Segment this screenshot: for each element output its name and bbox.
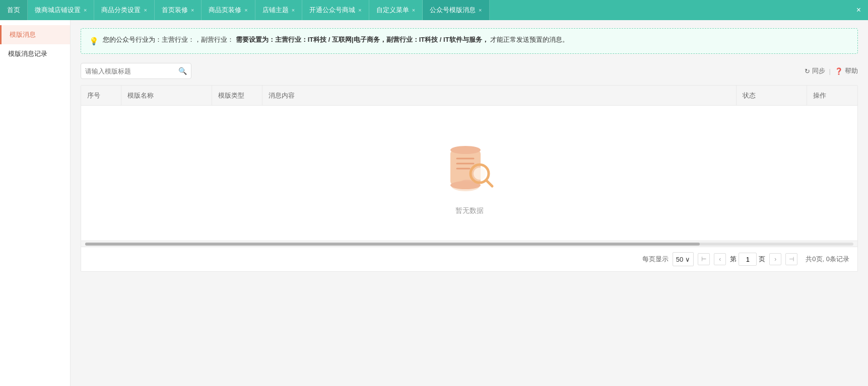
tab-category-settings[interactable]: 商品分类设置 ×	[94, 0, 154, 20]
tab-home[interactable]: 首页	[0, 0, 28, 20]
top-navigation: 首页 微商城店铺设置 × 商品分类设置 × 首页装修 × 商品页装修 × 店铺主…	[0, 0, 868, 20]
sync-button[interactable]: ↻ 同步	[805, 66, 825, 75]
col-header-action: 操作	[807, 86, 857, 105]
page-size-value: 50	[676, 256, 683, 263]
close-tab-product-decoration[interactable]: ×	[244, 7, 247, 13]
empty-state: 暂无数据	[81, 106, 857, 241]
page-input-wrap: 第 页	[730, 253, 765, 266]
last-page-button[interactable]: ⊣	[785, 253, 797, 265]
help-button[interactable]: ❓ 帮助	[835, 66, 858, 75]
page-number-input[interactable]	[739, 253, 757, 266]
col-header-index: 序号	[81, 86, 121, 105]
divider: |	[829, 67, 831, 75]
empty-text: 暂无数据	[455, 206, 484, 215]
data-table: 序号 模版名称 模版类型 消息内容 状态 操作	[81, 85, 858, 272]
scrollbar-thumb[interactable]	[85, 243, 700, 246]
tab-open-mall[interactable]: 开通公众号商城 ×	[302, 0, 369, 20]
sidebar-item-template-record[interactable]: 模版消息记录	[0, 44, 70, 63]
close-tab-custom-menu[interactable]: ×	[412, 7, 415, 13]
svg-point-10	[459, 180, 475, 188]
notice-suffix: 才能正常发送预置的消息。	[490, 36, 569, 43]
notice-box: 💡 您的公众号行业为：主营行业：，副营行业： 需要设置为：主营行业：IT科技 /…	[81, 28, 858, 54]
next-page-button[interactable]: ›	[769, 253, 781, 265]
tab-custom-menu[interactable]: 自定义菜单 ×	[369, 0, 423, 20]
search-box[interactable]: 🔍	[81, 63, 191, 79]
notice-icon: 💡	[89, 35, 99, 47]
table-header: 序号 模版名称 模版类型 消息内容 状态 操作	[81, 86, 857, 106]
total-info: 共0页, 0条记录	[806, 255, 849, 264]
scrollbar-track	[85, 243, 853, 246]
page-size-label: 每页显示	[642, 255, 669, 264]
tab-template-message[interactable]: 公众号模版消息 ×	[423, 0, 489, 20]
page-label-before: 第	[730, 255, 737, 264]
content-area: 💡 您的公众号行业为：主营行业：，副营行业： 需要设置为：主营行业：IT科技 /…	[71, 20, 868, 386]
close-all-tabs-button[interactable]: ×	[849, 6, 868, 15]
col-header-content: 消息内容	[262, 86, 737, 105]
page-label-after: 页	[759, 255, 765, 264]
search-actions: ↻ 同步 | ❓ 帮助	[805, 66, 858, 75]
first-page-button[interactable]: ⊢	[698, 253, 710, 265]
tab-home-decoration[interactable]: 首页装修 ×	[155, 0, 202, 20]
horizontal-scrollbar[interactable]	[81, 241, 857, 247]
tab-store-theme[interactable]: 店铺主题 ×	[255, 0, 302, 20]
close-tab-open-mall[interactable]: ×	[358, 7, 361, 13]
svg-point-8	[474, 168, 486, 180]
search-bar: 🔍 ↻ 同步 | ❓ 帮助	[81, 63, 858, 79]
close-tab-home-decoration[interactable]: ×	[191, 7, 194, 13]
help-icon: ❓	[835, 67, 843, 75]
notice-prefix: 您的公众号行业为：主营行业：，副营行业：	[103, 36, 234, 43]
close-tab-store-theme[interactable]: ×	[292, 7, 295, 13]
tab-store-settings[interactable]: 微商城店铺设置 ×	[28, 0, 94, 20]
close-tab-category-settings[interactable]: ×	[144, 7, 147, 13]
tab-product-decoration[interactable]: 商品页装修 ×	[202, 0, 255, 20]
page-size-select[interactable]: 50 ∨	[673, 252, 694, 266]
sync-label: 同步	[812, 66, 825, 75]
help-label: 帮助	[845, 66, 858, 75]
close-tab-store-settings[interactable]: ×	[84, 7, 87, 13]
svg-line-9	[486, 180, 492, 186]
col-header-type: 模版类型	[212, 86, 262, 105]
col-header-status: 状态	[737, 86, 807, 105]
prev-page-button[interactable]: ‹	[714, 253, 726, 265]
close-tab-template-message[interactable]: ×	[479, 7, 482, 13]
svg-point-2	[450, 146, 481, 154]
pagination: 每页显示 50 ∨ ⊢ ‹ 第 页 › ⊣ 共0页, 0条记录	[81, 247, 857, 271]
main-layout: 模版消息 模版消息记录 💡 您的公众号行业为：主营行业：，副营行业： 需要设置为…	[0, 20, 868, 386]
page-size-dropdown-icon: ∨	[685, 256, 690, 263]
search-input[interactable]	[85, 67, 178, 75]
empty-illustration	[439, 136, 500, 196]
col-header-name: 模版名称	[121, 86, 212, 105]
search-icon[interactable]: 🔍	[178, 67, 187, 75]
notice-highlight: 需要设置为：主营行业：IT科技 / 互联网|电子商务，副营行业：IT科技 / I…	[236, 36, 489, 43]
sidebar: 模版消息 模版消息记录	[0, 20, 71, 386]
sync-icon: ↻	[805, 67, 810, 75]
sidebar-item-template-msg[interactable]: 模版消息	[0, 25, 70, 44]
